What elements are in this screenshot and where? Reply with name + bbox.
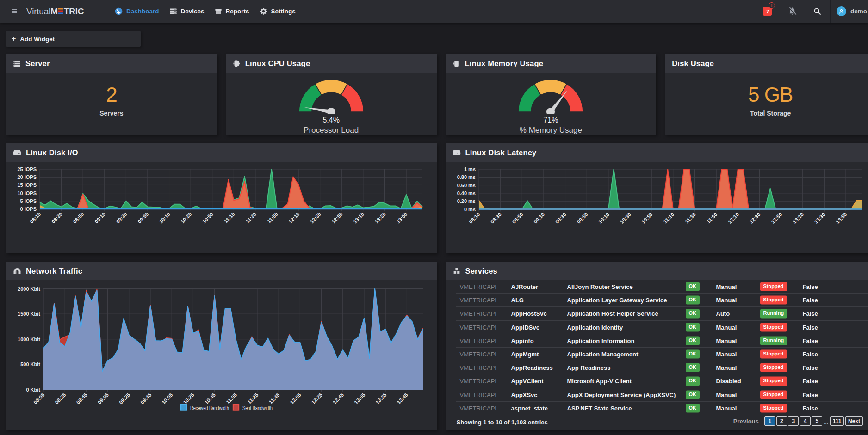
- service-host: VMETRICAPI: [460, 351, 496, 358]
- card-title: Network Traffic: [26, 267, 82, 276]
- svg-text:08:10: 08:10: [468, 211, 481, 224]
- table-row[interactable]: VMETRICAPIAJRouterAllJoyn Router Service…: [456, 280, 868, 294]
- dashboard-icon: [115, 7, 123, 15]
- svg-text:11:45: 11:45: [268, 392, 281, 405]
- mute-notifications-button[interactable]: [780, 0, 805, 23]
- delayed-start: False: [803, 283, 818, 290]
- ok-badge: OK: [686, 377, 700, 386]
- service-name: AppVClient: [511, 378, 544, 385]
- nav-item-reports[interactable]: Reports: [210, 0, 254, 23]
- startup-type: Manual: [716, 297, 737, 304]
- svg-text:10:05: 10:05: [161, 392, 174, 405]
- startup-type: Manual: [716, 283, 737, 290]
- delayed-start: False: [803, 378, 818, 385]
- page-button-4[interactable]: 4: [800, 416, 811, 426]
- nav-item-label: Reports: [226, 8, 249, 15]
- add-widget-button[interactable]: + Add Widget: [6, 31, 141, 47]
- startup-type: Manual: [716, 351, 737, 358]
- service-description: Microsoft App-V Client: [567, 378, 632, 385]
- svg-text:08:45: 08:45: [75, 392, 88, 405]
- search-icon: [813, 7, 821, 15]
- svg-text:09:10: 09:10: [93, 211, 106, 224]
- ok-badge: OK: [686, 323, 700, 331]
- page-button-111[interactable]: 111: [830, 416, 844, 426]
- nav-item-label: Settings: [271, 8, 296, 15]
- disk-latency-card-header: Linux Disk Latency: [446, 143, 868, 162]
- settings-icon: [260, 7, 267, 15]
- page-button-3[interactable]: 3: [788, 416, 799, 426]
- svg-text:10:10: 10:10: [158, 211, 171, 224]
- stopped-badge: Stopped: [760, 349, 787, 358]
- cpu-icon: [233, 60, 241, 67]
- services-card-header: Services: [446, 262, 868, 280]
- nav-right: 7 ! demo: [755, 0, 868, 23]
- svg-text:09:45: 09:45: [139, 392, 152, 405]
- svg-text:1500 Kbit: 1500 Kbit: [18, 311, 40, 317]
- ok-badge: OK: [686, 336, 700, 345]
- svg-text:12:05: 12:05: [289, 392, 302, 405]
- service-host: VMETRICAPI: [460, 391, 496, 398]
- previous-page-button[interactable]: Previous: [733, 418, 759, 425]
- startup-type: Manual: [716, 404, 737, 411]
- search-button[interactable]: [805, 0, 830, 23]
- disk-latency-card: 08:1008:3008:5009:1009:3009:5010:1010:30…: [446, 143, 868, 253]
- disk-charts-row: 08:1008:3008:5009:1009:3009:5010:1010:30…: [6, 143, 868, 253]
- delayed-start: False: [803, 404, 818, 411]
- svg-text:08:25: 08:25: [54, 392, 67, 405]
- nav-item-devices[interactable]: Devices: [164, 0, 210, 23]
- page-button-1[interactable]: 1: [764, 416, 775, 426]
- table-row[interactable]: VMETRICAPIAppVClientMicrosoft App-V Clie…: [456, 374, 868, 388]
- plus-icon: +: [12, 35, 16, 43]
- logo[interactable]: VirtualMTRIC: [26, 6, 84, 17]
- table-row[interactable]: VMETRICAPIAppinfoApplication Information…: [456, 334, 868, 348]
- nav-item-dashboard[interactable]: Dashboard: [110, 0, 164, 23]
- logo-prefix: Virtual: [26, 6, 50, 17]
- svg-text:10 IOPS: 10 IOPS: [17, 190, 37, 196]
- page-button-2[interactable]: 2: [776, 416, 787, 426]
- svg-text:10:30: 10:30: [619, 211, 632, 224]
- svg-text:0.40 ms: 0.40 ms: [457, 190, 475, 196]
- disk-usage-label: Total Storage: [750, 110, 791, 117]
- services-table: VMETRICAPIAJRouterAllJoyn Router Service…: [446, 280, 868, 415]
- disk-usage-value: 5 GB: [748, 85, 793, 105]
- svg-text:12:30: 12:30: [748, 211, 761, 224]
- svg-text:08:50: 08:50: [72, 211, 85, 224]
- menu-icon[interactable]: [6, 9, 23, 13]
- showing-entries-text: Showing 1 to 10 of 1,103 entries: [457, 419, 548, 426]
- stopped-badge: Stopped: [760, 390, 787, 399]
- service-description: Application Layer Gateway Service: [567, 297, 667, 304]
- svg-text:0 IOPS: 0 IOPS: [20, 206, 37, 212]
- network-traffic-chart: 08:0508:2508:4509:0509:2509:4510:0510:25…: [6, 262, 436, 430]
- table-row[interactable]: VMETRICAPIAppXSvcAppX Deployment Service…: [456, 388, 868, 402]
- server-card-header: Server: [6, 54, 217, 73]
- nav-item-settings[interactable]: Settings: [254, 0, 301, 23]
- memory-usage-card: Linux Memory Usage 71% % Memory Usage: [446, 54, 657, 135]
- svg-text:09:25: 09:25: [118, 392, 131, 405]
- service-description: App Readiness: [567, 364, 611, 371]
- services-footer: Showing 1 to 10 of 1,103 entries Previou…: [456, 416, 863, 429]
- stopped-badge: Stopped: [760, 282, 787, 291]
- table-row[interactable]: VMETRICAPIaspnet_stateASP.NET State Serv…: [456, 402, 868, 415]
- table-row[interactable]: VMETRICAPIALGApplication Layer Gateway S…: [456, 294, 868, 307]
- pagination-ellipsis: ...: [824, 419, 828, 425]
- table-row[interactable]: VMETRICAPIAppIDSvcApplication IdentityOK…: [456, 321, 868, 334]
- table-row[interactable]: VMETRICAPIAppReadinessApp ReadinessOKMan…: [456, 361, 868, 374]
- page-button-5[interactable]: 5: [812, 416, 822, 426]
- table-row[interactable]: VMETRICAPIAppHostSvcApplication Host Hel…: [456, 307, 868, 320]
- services-card: Services VMETRICAPIAJRouterAllJoyn Route…: [446, 262, 868, 430]
- disk-io-card: 08:1008:3008:5009:1009:3009:5010:1010:30…: [6, 143, 437, 253]
- delayed-start: False: [803, 351, 818, 358]
- svg-text:11:50: 11:50: [705, 211, 718, 224]
- user-icon: [838, 8, 844, 14]
- table-row[interactable]: VMETRICAPIAppMgmtApplication ManagementO…: [456, 348, 868, 361]
- notifications-button[interactable]: 7 !: [755, 0, 780, 23]
- svg-text:1000 Kbit: 1000 Kbit: [18, 337, 40, 342]
- user-menu[interactable]: demo: [830, 0, 868, 23]
- svg-text:11:25: 11:25: [246, 392, 259, 405]
- reports-icon: [215, 8, 222, 15]
- bell-slash-icon: [788, 7, 797, 16]
- pagination: Previous12345...111Next: [733, 416, 863, 426]
- card-title: Server: [25, 59, 50, 68]
- service-description: Application Information: [567, 337, 635, 344]
- next-page-button[interactable]: Next: [845, 416, 863, 426]
